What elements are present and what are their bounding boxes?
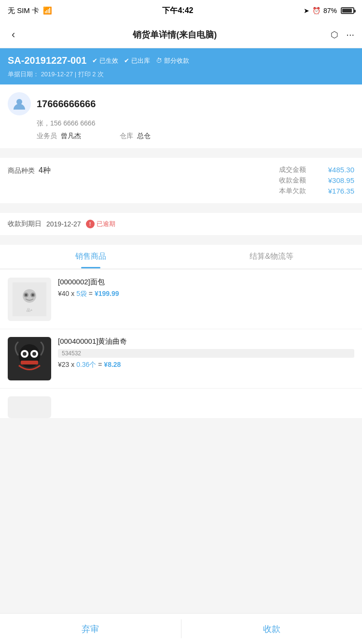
product-info-2: [000400001]黄油曲奇 534532 ¥23 x 0.36个 = ¥8.…: [58, 337, 354, 380]
overdue-icon: !: [86, 220, 95, 228]
back-button[interactable]: ‹: [8, 25, 19, 45]
battery-percent: 87%: [323, 7, 337, 14]
warehouse-value: 总仓: [137, 132, 151, 140]
order-number: SA-20191227-001: [8, 55, 86, 66]
bottom-bar: 弃审 收款: [0, 613, 362, 644]
status-right: ➤ ⏰ 87%: [304, 7, 354, 14]
more-button[interactable]: ···: [346, 29, 354, 40]
product-name-1: [0000002]面包: [58, 278, 354, 287]
svg-point-13: [32, 352, 36, 356]
product-thumb-partial: [8, 396, 51, 418]
nav-bar: ‹ 销货单详情(来自电脑) ⬡ ···: [0, 21, 362, 48]
product-total-2: ¥8.28: [104, 361, 121, 368]
badge-shipped: ✔ 已出库: [124, 56, 150, 65]
product-price-1: ¥40 x 5袋 = ¥199.99: [58, 290, 354, 298]
due-section: 收款到期日 2019-12-27 ! 已逾期: [0, 213, 362, 235]
customer-section: 17666666666 张，156 6666 6666 业务员 曾凡杰 仓库 总…: [0, 84, 362, 148]
customer-details: 业务员 曾凡杰 仓库 总仓: [37, 132, 354, 140]
product-qty-2: 0.36个: [76, 361, 96, 368]
sales-value: 曾凡杰: [61, 132, 81, 140]
product-thumb-2: [8, 337, 51, 380]
overdue-badge: ! 已逾期: [86, 220, 115, 228]
product-tag-2: 534532: [58, 349, 354, 358]
amount-label: 成交金额: [279, 166, 306, 174]
debt-value: ¥176.35: [316, 187, 354, 196]
collect-payment-button[interactable]: 收款: [181, 614, 362, 644]
due-date: 2019-12-27: [46, 220, 81, 228]
debt-label: 本单欠款: [279, 187, 306, 196]
product-thumb-1: 品+: [8, 278, 51, 321]
received-value: ¥308.95: [316, 176, 354, 185]
tab-sales-products[interactable]: 销售商品: [0, 245, 181, 268]
wifi-icon: 📶: [43, 6, 52, 15]
warehouse-label: 仓库: [120, 132, 133, 140]
tab-settlement[interactable]: 结算&物流等: [181, 245, 362, 268]
debt-row: 本单欠款 ¥176.35: [279, 187, 354, 196]
status-left: 无 SIM 卡 📶: [8, 6, 52, 15]
svg-text:品+: 品+: [27, 308, 33, 312]
svg-point-6: [32, 294, 34, 296]
nav-actions: ⬡ ···: [331, 29, 354, 40]
tabs-row: 销售商品 结算&物流等: [0, 245, 362, 268]
svg-point-5: [25, 294, 28, 296]
product-item: 品+ [0000002]面包 ¥40 x 5袋 = ¥199.99: [0, 270, 362, 329]
summary-left: 商品种类 4种: [8, 166, 51, 176]
received-row: 收款金额 ¥308.95: [279, 176, 354, 185]
tab-active-indicator: [81, 267, 100, 268]
summary-right: 成交金额 ¥485.30 收款金额 ¥308.95 本单欠款 ¥176.35: [279, 166, 354, 196]
product-item-2: [000400001]黄油曲奇 534532 ¥23 x 0.36个 = ¥8.…: [0, 329, 362, 389]
product-price-2: ¥23 x 0.36个 = ¥8.28: [58, 361, 354, 369]
customer-phone: 17666666666: [37, 98, 96, 110]
effective-icon: ✔: [92, 57, 97, 64]
order-header: SA-20191227-001 ✔ 已生效 ✔ 已出库 ⏱ 部分收款 单据日期：…: [0, 48, 362, 84]
warehouse-detail: 仓库 总仓: [120, 132, 151, 140]
bottom-spacer: [0, 418, 362, 457]
partial-icon: ⏱: [156, 57, 162, 64]
due-label: 收款到期日: [8, 220, 42, 228]
product-name-2: [000400001]黄油曲奇: [58, 337, 354, 346]
overdue-label: 已逾期: [97, 220, 115, 228]
location-icon: ➤: [304, 7, 309, 14]
divider-3: [0, 235, 362, 240]
sales-detail: 业务员 曾凡杰: [37, 132, 81, 140]
customer-row: 17666666666: [8, 92, 354, 115]
divider-2: [0, 203, 362, 208]
sales-label: 业务员: [37, 132, 57, 140]
product-qty-1: 5袋: [76, 290, 87, 297]
divider-1: [0, 148, 362, 153]
category-label: 商品种类: [8, 167, 35, 174]
product-item-partial: [0, 389, 362, 418]
category-count: 4种: [39, 166, 51, 174]
badge-effective: ✔ 已生效: [92, 56, 118, 65]
tabs-section: 销售商品 结算&物流等: [0, 245, 362, 269]
shipped-icon: ✔: [124, 57, 129, 64]
status-time: 下午4:42: [162, 6, 193, 16]
badge-partial: ⏱ 部分收款: [156, 56, 189, 65]
product-info-1: [0000002]面包 ¥40 x 5袋 = ¥199.99: [58, 278, 354, 321]
alarm-icon: ⏰: [312, 7, 320, 14]
order-meta: 单据日期： 2019-12-27 | 打印 2 次: [8, 70, 354, 79]
page-title: 销货单详情(来自电脑): [133, 29, 217, 41]
avatar: [8, 92, 31, 115]
abandon-review-button[interactable]: 弃审: [0, 614, 181, 644]
summary-section: 商品种类 4种 成交金额 ¥485.30 收款金额 ¥308.95 本单欠款 ¥…: [0, 158, 362, 203]
status-bar: 无 SIM 卡 📶 下午4:42 ➤ ⏰ 87%: [0, 0, 362, 21]
svg-rect-14: [21, 361, 38, 364]
product-total-1: ¥199.99: [95, 290, 119, 297]
battery-icon: [341, 7, 354, 14]
svg-point-12: [23, 352, 27, 356]
amount-value: ¥485.30: [316, 166, 354, 174]
amount-row: 成交金额 ¥485.30: [279, 166, 354, 174]
products-section: 品+ [0000002]面包 ¥40 x 5袋 = ¥199.99: [0, 270, 362, 418]
carrier-label: 无 SIM 卡: [8, 6, 39, 15]
share-button[interactable]: ⬡: [331, 29, 338, 40]
customer-name-phone: 张，156 6666 6666: [37, 119, 354, 128]
received-label: 收款金额: [279, 176, 306, 185]
